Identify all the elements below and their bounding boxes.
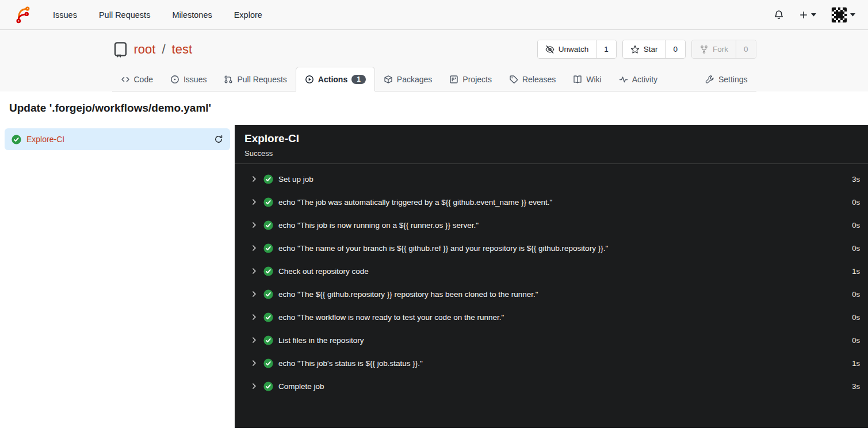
step-row[interactable]: echo "The job was automatically triggere… <box>235 190 868 213</box>
repo-title: root / test <box>112 41 193 58</box>
star-label: Star <box>644 45 658 54</box>
bell-icon <box>774 10 784 20</box>
check-circle-icon <box>263 197 273 207</box>
check-circle-icon <box>263 174 273 184</box>
check-circle-icon <box>263 358 273 368</box>
star-button-group: Star 0 <box>622 40 686 59</box>
tab-packages-label: Packages <box>397 75 432 84</box>
navbar-right <box>774 7 855 23</box>
step-row[interactable]: echo "This job's status is ${{ job.statu… <box>235 352 868 375</box>
workflow-run-title: Update '.forgejo/workflows/demo.yaml' <box>0 91 868 125</box>
tabbar-spacer <box>666 67 697 91</box>
issue-icon <box>170 75 179 84</box>
nav-item-explore[interactable]: Explore <box>234 10 262 20</box>
fork-label: Fork <box>713 45 728 54</box>
step-row[interactable]: Set up job 3s <box>235 167 868 190</box>
step-name: Complete job <box>278 382 324 391</box>
tab-packages[interactable]: Packages <box>375 67 441 91</box>
step-name: echo "The ${{ github.repository }} repos… <box>278 290 538 299</box>
repo-header: root / test Unwatch 1 <box>0 30 868 91</box>
eye-slash-icon <box>545 45 555 54</box>
jobs-sidebar: Explore-CI <box>0 125 235 428</box>
check-circle-icon <box>263 266 273 276</box>
nav-item-issues[interactable]: Issues <box>53 10 77 20</box>
top-navbar: Issues Pull Requests Milestones Explore <box>0 0 868 30</box>
fork-button[interactable]: Fork <box>692 40 736 58</box>
stars-count[interactable]: 0 <box>665 40 685 58</box>
tab-projects[interactable]: Projects <box>441 67 500 91</box>
star-icon <box>630 45 640 54</box>
step-row[interactable]: List files in the repository 0s <box>235 329 868 352</box>
check-circle-icon <box>263 335 273 345</box>
fork-button-group: Fork 0 <box>691 40 756 59</box>
chevron-right-icon[interactable] <box>250 382 258 390</box>
chevron-right-icon[interactable] <box>250 336 258 344</box>
pulse-icon <box>619 75 628 84</box>
tab-issues[interactable]: Issues <box>162 67 215 91</box>
nav-item-milestones[interactable]: Milestones <box>172 10 212 20</box>
pull-request-icon <box>224 75 233 84</box>
repo-name-link[interactable]: test <box>172 42 192 57</box>
step-row[interactable]: echo "This job is now running on a ${{ r… <box>235 213 868 237</box>
repo-tabbar: Code Issues Pull Requests <box>112 67 756 91</box>
tab-activity[interactable]: Activity <box>610 67 666 91</box>
job-list-item-explore-ci[interactable]: Explore-CI <box>5 128 230 150</box>
job-title: Explore-CI <box>244 132 858 145</box>
chevron-right-icon[interactable] <box>250 313 258 321</box>
chevron-right-icon[interactable] <box>250 244 258 252</box>
refresh-icon[interactable] <box>214 135 223 144</box>
tab-pull-requests[interactable]: Pull Requests <box>215 67 295 91</box>
chevron-right-icon[interactable] <box>250 359 258 367</box>
step-row[interactable]: Complete job 3s <box>235 375 868 398</box>
notifications-button[interactable] <box>774 10 784 20</box>
repo-separator: / <box>162 42 165 57</box>
tab-actions-label: Actions <box>318 75 347 84</box>
unwatch-label: Unwatch <box>559 45 589 54</box>
tab-releases[interactable]: Releases <box>500 67 564 91</box>
unwatch-button[interactable]: Unwatch <box>538 40 596 58</box>
repo-owner-link[interactable]: root <box>134 42 156 57</box>
check-circle-icon <box>263 220 273 230</box>
watchers-count[interactable]: 1 <box>596 40 616 58</box>
check-circle-icon <box>263 289 273 299</box>
fork-icon <box>699 45 709 54</box>
step-duration: 3s <box>852 175 860 184</box>
step-row[interactable]: echo "The workflow is now ready to test … <box>235 306 868 329</box>
repository-icon <box>112 41 129 58</box>
tab-activity-label: Activity <box>632 75 657 84</box>
step-row[interactable]: echo "The ${{ github.repository }} repos… <box>235 283 868 306</box>
chevron-right-icon[interactable] <box>250 221 258 229</box>
step-name: echo "The workflow is now ready to test … <box>278 313 504 322</box>
wrench-icon <box>705 75 714 84</box>
user-menu-button[interactable] <box>831 7 855 23</box>
check-circle-icon <box>263 312 273 322</box>
step-duration: 1s <box>852 359 860 368</box>
step-row[interactable]: Check out repository code 1s <box>235 260 868 283</box>
plus-icon <box>799 10 808 20</box>
chevron-right-icon[interactable] <box>250 198 258 206</box>
tab-code[interactable]: Code <box>112 67 162 91</box>
forgejo-logo-icon[interactable] <box>13 5 32 25</box>
play-circle-icon <box>305 75 314 84</box>
chevron-right-icon[interactable] <box>250 267 258 275</box>
tab-releases-label: Releases <box>522 75 556 84</box>
step-name: echo "This job's status is ${{ job.statu… <box>278 359 423 368</box>
chevron-right-icon[interactable] <box>250 290 258 298</box>
book-icon <box>573 75 582 84</box>
check-circle-icon <box>263 243 273 253</box>
star-button[interactable]: Star <box>623 40 666 58</box>
tab-projects-label: Projects <box>462 75 492 84</box>
tab-actions[interactable]: Actions 1 <box>296 67 375 91</box>
job-status-text: Success <box>244 149 858 158</box>
forks-count[interactable]: 0 <box>736 40 756 58</box>
job-name-label: Explore-CI <box>26 135 64 144</box>
step-duration: 0s <box>852 313 860 322</box>
tab-wiki[interactable]: Wiki <box>564 67 610 91</box>
tab-issues-label: Issues <box>183 75 207 84</box>
chevron-right-icon[interactable] <box>250 175 258 183</box>
nav-item-pull-requests[interactable]: Pull Requests <box>99 10 150 20</box>
repo-action-buttons: Unwatch 1 Star 0 <box>537 40 756 59</box>
tab-settings[interactable]: Settings <box>697 67 756 91</box>
step-row[interactable]: echo "The name of your branch is ${{ git… <box>235 237 868 260</box>
create-menu-button[interactable] <box>799 10 816 20</box>
